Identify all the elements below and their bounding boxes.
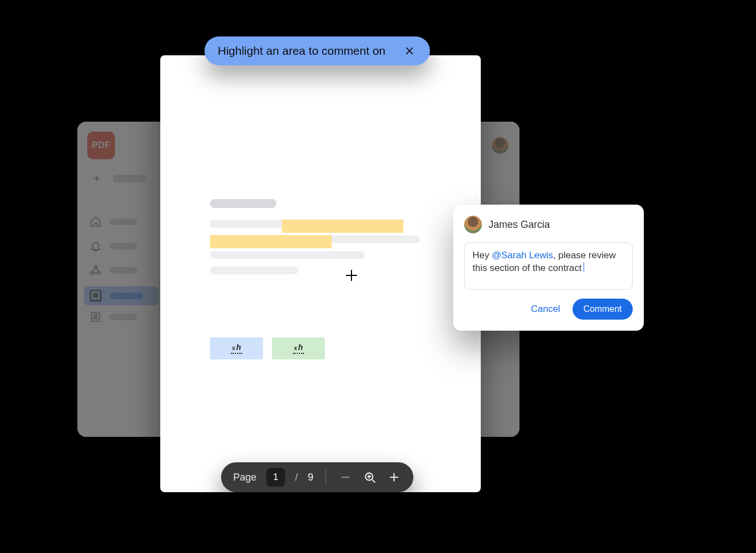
comment-author-avatar xyxy=(464,216,482,233)
text-line-heading xyxy=(210,199,276,208)
page-total: 9 xyxy=(308,472,313,483)
text-line xyxy=(210,220,403,228)
page-current-input[interactable]: 1 xyxy=(266,468,285,487)
plus-icon xyxy=(387,470,401,484)
zoom-out-button[interactable] xyxy=(338,470,353,484)
text-line xyxy=(210,267,298,274)
mention-chip[interactable]: @Sarah Lewis xyxy=(492,250,553,260)
text-caret xyxy=(584,262,584,272)
highlight-region[interactable] xyxy=(282,220,403,233)
comment-actions: Cancel Comment xyxy=(464,299,633,320)
text-line xyxy=(210,251,365,259)
comment-header: James Garcia xyxy=(464,216,633,233)
submit-comment-button[interactable]: Comment xyxy=(573,299,633,320)
minus-icon xyxy=(338,470,353,484)
document-page[interactable]: xh xh xyxy=(160,55,481,492)
highlight-region[interactable] xyxy=(210,235,332,248)
zoom-in-button[interactable] xyxy=(387,470,401,484)
comment-input[interactable]: Hey @Sarah Lewis, please review this sec… xyxy=(464,242,633,290)
cancel-button[interactable]: Cancel xyxy=(531,304,560,315)
page-separator: / xyxy=(295,472,298,483)
crosshair-cursor-icon xyxy=(346,270,357,281)
signature-icon: xh xyxy=(231,343,242,354)
close-hint-button[interactable] xyxy=(402,44,417,58)
comment-author-name: James Garcia xyxy=(489,219,550,231)
signature-field-1[interactable]: xh xyxy=(210,337,263,359)
document-body xyxy=(210,199,431,282)
page-toolbar: Page 1 / 9 xyxy=(221,462,413,492)
close-icon xyxy=(404,45,415,56)
signature-row: xh xh xyxy=(210,337,325,359)
magnifier-icon xyxy=(363,470,377,484)
page-label: Page xyxy=(233,472,256,483)
toolbar-divider xyxy=(326,469,326,485)
hint-text: Highlight an area to comment on xyxy=(218,44,386,58)
comment-popover: James Garcia Hey @Sarah Lewis, please re… xyxy=(453,205,644,331)
signature-icon: xh xyxy=(293,343,304,354)
comment-text-before: Hey xyxy=(473,250,492,260)
zoom-reset-button[interactable] xyxy=(363,470,377,484)
signature-field-2[interactable]: xh xyxy=(272,337,325,359)
text-line xyxy=(210,236,420,243)
highlight-hint-banner: Highlight an area to comment on xyxy=(204,36,430,65)
